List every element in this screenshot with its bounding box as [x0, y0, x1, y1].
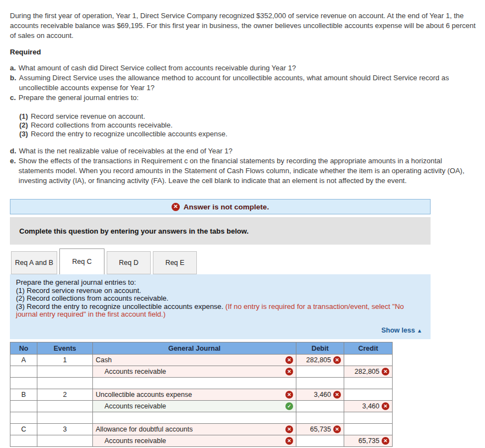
- panel-line-4: (3) Record the entry to recognize uncoll…: [16, 303, 424, 319]
- debit-input[interactable]: 282,805✕: [296, 355, 344, 366]
- journal-row-c-credit: Accounts receivable✕ 65,735✕: [10, 435, 393, 447]
- spacer-cell: [93, 378, 296, 389]
- requirements-list-abc: a. What amount of cash did Direct Servic…: [10, 63, 475, 103]
- tab-req-a-and-b[interactable]: Req A and B: [11, 251, 57, 274]
- credit-input[interactable]: 282,805✕: [344, 366, 392, 377]
- row-no: B: [10, 389, 37, 401]
- error-icon: ✕: [382, 437, 389, 445]
- journal-header-row: No Events General Journal Debit Credit: [10, 342, 393, 355]
- sub-item-3: (3) Record the entry to recognize uncoll…: [19, 130, 475, 139]
- debit-value: 3,460: [314, 391, 331, 399]
- tab-req-d[interactable]: Req D: [107, 251, 151, 274]
- answer-status-banner: ✕ Answer is not complete.: [10, 199, 431, 214]
- credit-value: 282,805: [355, 368, 379, 375]
- journal-spacer-row: [10, 378, 393, 389]
- row-event: [37, 366, 93, 378]
- required-heading: Required: [10, 48, 475, 56]
- credit-cell-empty: [344, 424, 393, 435]
- requirement-e-label: e.: [10, 156, 16, 186]
- requirement-d-text: What is the net realizable value of rece…: [19, 146, 233, 156]
- header-events: Events: [37, 342, 93, 355]
- journal-spacer-row: [10, 412, 393, 424]
- debit-value: 65,735: [310, 425, 331, 433]
- row-no: [10, 366, 37, 378]
- spacer-cell: [344, 378, 393, 389]
- req-c-instruction-panel: Prepare the general journal entries to: …: [10, 274, 431, 339]
- spacer-cell: [10, 378, 37, 389]
- sub-item-2-text: Record collections from accounts receiva…: [31, 121, 173, 130]
- requirement-c-text: Prepare the general journal entries to:: [19, 93, 139, 103]
- error-icon: ✕: [285, 425, 293, 433]
- sub-item-3-text: Record the entry to recognize uncollecti…: [31, 130, 228, 139]
- debit-cell-empty: [296, 366, 344, 378]
- requirement-b-label: b.: [10, 73, 16, 93]
- sub-item-1: (1) Record service revenue on account.: [19, 112, 475, 121]
- show-less-link[interactable]: Show less ▲: [16, 319, 424, 336]
- debit-cell-empty: [296, 435, 344, 447]
- error-icon: ✕: [285, 356, 293, 364]
- account-select[interactable]: Accounts receivable✕: [93, 366, 296, 377]
- error-icon: ✕: [382, 368, 389, 375]
- account-select[interactable]: Allowance for doubtful accounts✕: [93, 424, 296, 435]
- row-event: 3: [37, 424, 93, 435]
- debit-cell-empty: [296, 401, 344, 412]
- answer-status-text: Answer is not complete.: [184, 203, 269, 211]
- credit-input[interactable]: 3,460✕: [344, 401, 392, 412]
- journal-entry-sublist: (1) Record service revenue on account. (…: [19, 112, 475, 139]
- requirement-b-text: Assuming Direct Service uses the allowan…: [19, 73, 475, 93]
- journal-row-b-debit: B 2 Uncollectible accounts expense✕ 3,46…: [10, 389, 393, 401]
- sub-item-2-label: (2): [19, 121, 28, 130]
- spacer-cell: [296, 378, 344, 389]
- spacer-cell: [296, 412, 344, 424]
- complete-question-note: Complete this question by entering your …: [10, 217, 431, 245]
- account-name: Accounts receivable: [96, 368, 283, 375]
- account-name: Accounts receivable: [96, 437, 283, 445]
- problem-paragraph: During the first year of operation, Year…: [10, 11, 476, 41]
- spacer-cell: [37, 412, 93, 424]
- panel-line-3: (2) Record collections from accounts rec…: [16, 295, 424, 303]
- account-select[interactable]: Cash✕: [93, 355, 296, 366]
- credit-cell-empty: [344, 355, 393, 366]
- correct-icon: ✓: [285, 402, 293, 410]
- journal-row-a-credit: Accounts receivable✕ 282,805✕: [10, 366, 393, 378]
- debit-value: 282,805: [306, 356, 331, 364]
- account-name: Cash: [96, 356, 283, 364]
- error-icon: ✕: [382, 402, 389, 410]
- account-select[interactable]: Accounts receivable✕: [93, 435, 296, 446]
- account-select[interactable]: Accounts receivable✓: [93, 401, 296, 412]
- requirement-a-label: a.: [10, 63, 16, 73]
- row-event: 2: [37, 389, 93, 401]
- tab-req-c[interactable]: Req C: [59, 248, 104, 274]
- requirement-c: c. Prepare the general journal entries t…: [10, 93, 475, 103]
- error-icon: ✕: [333, 391, 341, 399]
- sub-item-3-label: (3): [19, 130, 28, 139]
- row-event: 1: [37, 355, 93, 366]
- account-select[interactable]: Uncollectible accounts expense✕: [93, 389, 296, 400]
- complete-question-text: Complete this question by entering your …: [19, 227, 249, 235]
- header-no: No: [10, 342, 37, 355]
- tab-req-e[interactable]: Req E: [153, 251, 197, 274]
- sub-item-1-text: Record service revenue on account.: [31, 112, 145, 121]
- journal-row-b-credit: Accounts receivable✓ 3,460✕: [10, 401, 393, 412]
- panel-line-1: Prepare the general journal entries to:: [16, 279, 424, 287]
- requirement-b: b. Assuming Direct Service uses the allo…: [10, 73, 475, 93]
- sub-item-2: (2) Record collections from accounts rec…: [19, 121, 475, 130]
- show-less-label: Show less: [381, 327, 415, 334]
- account-name: Accounts receivable: [96, 402, 283, 410]
- sub-item-1-label: (1): [19, 112, 28, 121]
- requirement-e-text: Show the effects of the transactions in …: [19, 156, 475, 186]
- credit-input[interactable]: 65,735✕: [344, 435, 392, 446]
- spacer-cell: [344, 412, 393, 424]
- requirement-e: e. Show the effects of the transactions …: [10, 156, 475, 186]
- error-icon: ✕: [333, 425, 341, 433]
- requirement-d: d. What is the net realizable value of r…: [10, 146, 475, 156]
- row-no: [10, 401, 37, 412]
- requirement-c-label: c.: [10, 93, 16, 103]
- error-icon: ✕: [333, 356, 341, 364]
- credit-value: 65,735: [359, 437, 379, 445]
- debit-input[interactable]: 65,735✕: [296, 424, 344, 435]
- spacer-cell: [37, 378, 93, 389]
- credit-cell-empty: [344, 389, 393, 401]
- journal-row-a-debit: A 1 Cash✕ 282,805✕: [10, 355, 393, 366]
- debit-input[interactable]: 3,460✕: [296, 389, 344, 400]
